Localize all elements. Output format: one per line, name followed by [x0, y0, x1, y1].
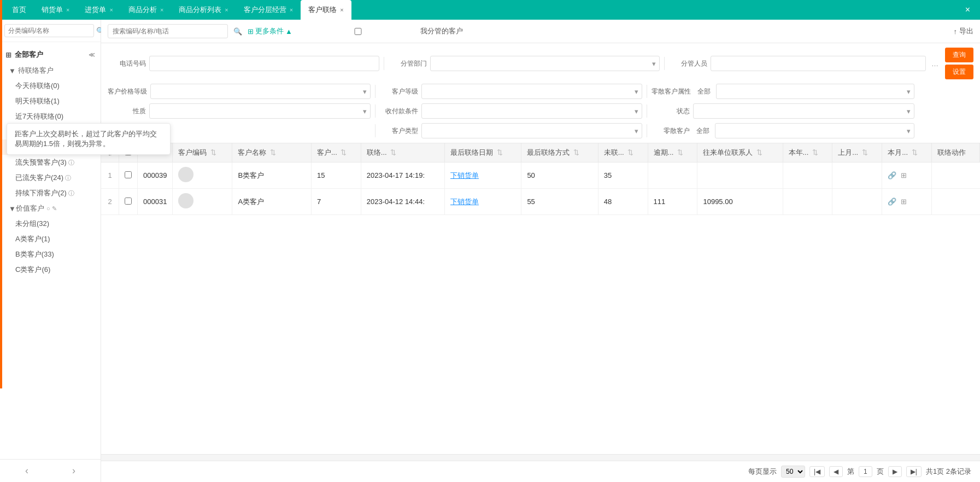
sidebar-item-a-class[interactable]: A类客户(1)	[0, 231, 101, 247]
sidebar-search-input[interactable]	[4, 24, 94, 37]
settings-button[interactable]: 设置	[945, 65, 973, 79]
sidebar-bottom-left-icon[interactable]: ‹	[4, 463, 49, 479]
nav-customer-contact[interactable]: 客户联络 ×	[301, 0, 351, 20]
value-group-edit-icons[interactable]: ○ ✎	[46, 205, 57, 212]
sidebar-item-ungrouped[interactable]: 未分组(32)	[0, 216, 101, 231]
next-page-button[interactable]: ▶	[888, 466, 902, 477]
col-contact-header[interactable]: 联络... ⇅	[361, 143, 444, 162]
sidebar-value-group[interactable]: ▼ 价值客户 ○ ✎	[0, 201, 101, 216]
nav-home[interactable]: 首页	[4, 0, 34, 20]
nav-sales-order[interactable]: 销货单 ×	[34, 0, 77, 20]
last-page-button[interactable]: ▶|	[906, 466, 922, 477]
retail-attr-select[interactable]: ▾	[716, 84, 914, 99]
nav-product-analysis[interactable]: 商品分析 ×	[121, 0, 171, 20]
prev-page-button[interactable]: ◀	[829, 466, 843, 477]
horizontal-scrollbar[interactable]	[101, 454, 980, 461]
close-product-analysis-list-icon[interactable]: ×	[225, 7, 228, 13]
close-product-analysis-icon[interactable]: ×	[160, 7, 163, 13]
col-code-header[interactable]: 客户编码 ⇅	[173, 143, 232, 162]
manager-dots-icon[interactable]: …	[929, 60, 941, 68]
search-button-icon[interactable]: 🔍	[233, 27, 242, 36]
query-button[interactable]: 查询	[945, 48, 973, 62]
row2-check[interactable]	[125, 198, 132, 205]
my-customer-checkbox[interactable]: 我分管的客户	[298, 26, 463, 36]
sidebar-collapse-icon[interactable]: ≪	[89, 51, 95, 59]
row2-lastmethod[interactable]: 下销货单	[444, 189, 521, 215]
sidebar-all-customers[interactable]: ⊞ 全部客户 ≪	[0, 47, 101, 63]
payment-select[interactable]: ▾	[421, 103, 643, 119]
nav-product-analysis-list[interactable]: 商品分析列表 ×	[171, 0, 236, 20]
sidebar-item-c-class[interactable]: C类客户(6)	[0, 262, 101, 277]
col-contactperson-header[interactable]: 往来单位联系人 ⇅	[697, 143, 783, 162]
total-label: 共1页 2条记录	[926, 467, 971, 477]
more-conditions-button[interactable]: ⊞ 更多条件 ▲	[248, 26, 292, 36]
close-customer-segmentation-icon[interactable]: ×	[290, 7, 293, 13]
payment-caret-icon: ▾	[635, 107, 638, 115]
col-lastmonth-header[interactable]: 上月... ⇅	[832, 143, 882, 162]
my-customer-check[interactable]	[298, 28, 418, 35]
col-lastdate-header[interactable]: 最后联络日期 ⇅	[444, 143, 521, 162]
row2-more-icon[interactable]: ⊞	[901, 198, 907, 206]
retail-customer-select[interactable]: ▾	[715, 123, 914, 138]
close-customer-contact-icon[interactable]: ×	[340, 7, 343, 13]
row2-contact: 7	[311, 189, 361, 215]
sidebar-bottom: ‹ ›	[0, 459, 101, 482]
col-uncontacted-header[interactable]: 未联... ⇅	[598, 143, 648, 162]
page-suffix: 页	[877, 467, 884, 477]
sidebar-group-pending-contact[interactable]: ▼ 待联络客户	[0, 63, 101, 78]
filter-row-4: … 客户类型 ▾ 零散客户 全部 ▾	[108, 123, 973, 138]
row1-action: 🔗 ⊞	[882, 162, 932, 189]
col-lastmethod-header[interactable]: 最后联络方式 ⇅	[521, 143, 598, 162]
nav-purchase-order[interactable]: 进货单 ×	[77, 0, 120, 20]
sidebar-bottom-right-icon[interactable]: ›	[51, 463, 96, 479]
close-window-icon[interactable]: ×	[960, 5, 976, 15]
search-input[interactable]	[108, 24, 228, 38]
row1-more-icon[interactable]: ⊞	[901, 171, 907, 179]
filter-phone: 电话号码	[108, 56, 379, 71]
nav-customer-segmentation[interactable]: 客户分层经营 ×	[236, 0, 301, 20]
col-name-header[interactable]: 客户名称 ⇅	[232, 143, 311, 162]
phone-input[interactable]	[149, 56, 379, 71]
sidebar-item-churn-warning[interactable]: 流失预警客户(3) ⓘ	[0, 155, 101, 170]
sidebar-item-b-class[interactable]: B类客户(33)	[0, 247, 101, 262]
row1-checkbox[interactable]	[119, 162, 138, 189]
customer-level-caret-icon: ▾	[635, 88, 638, 96]
export-button[interactable]: ↑ 导出	[954, 26, 974, 36]
nature-select[interactable]: ▾	[149, 103, 371, 119]
row2-checkbox[interactable]	[119, 189, 138, 215]
status-select[interactable]: ▾	[693, 103, 914, 119]
col-overdue-header[interactable]: 逾期... ⇅	[648, 143, 697, 162]
row1-check[interactable]	[125, 171, 132, 178]
row1-lastmonth	[783, 162, 832, 189]
per-page-select[interactable]: 50	[781, 466, 805, 478]
sidebar-item-7days[interactable]: 近7天待联络(0)	[0, 109, 101, 124]
row1-num: 1	[101, 162, 119, 189]
row1-view-icon[interactable]: 🔗	[888, 171, 896, 179]
customer-level-select[interactable]: ▾	[421, 84, 643, 99]
first-page-button[interactable]: |◀	[809, 466, 825, 477]
price-level-select[interactable]: ▾	[150, 84, 371, 99]
department-select[interactable]: ▾	[430, 56, 660, 71]
row1-lastmethod[interactable]: 下销货单	[444, 162, 521, 189]
sidebar-item-churned[interactable]: 已流失客户(24) ⓘ	[0, 170, 101, 185]
row1-type: B类客户	[232, 162, 311, 189]
row2-code: 000031	[138, 189, 173, 215]
col-type-header[interactable]: 客户... ⇅	[311, 143, 361, 162]
manager-input[interactable]	[711, 56, 926, 71]
content-area: 🔍 ⊞ 更多条件 ▲ 我分管的客户 ↑ 导出 电话号码	[101, 20, 980, 482]
col-thisyear-header[interactable]: 本年... ⇅	[783, 143, 832, 162]
main-layout: 🔍 ⊞ 全部客户 ≪ ▼ 待联络客户 今天待联络(0) 明天待联络(1) 近7天…	[0, 20, 980, 482]
row2-view-icon[interactable]: 🔗	[888, 198, 896, 206]
col-thismonth-header[interactable]: 本月... ⇅	[882, 143, 932, 162]
col-action-header: 联络动作	[932, 143, 980, 162]
customer-type-select[interactable]: ▾	[421, 123, 643, 138]
sidebar-item-declining[interactable]: 持续下滑客户(2) ⓘ	[0, 185, 101, 201]
sidebar-item-today[interactable]: 今天待联络(0)	[0, 78, 101, 94]
close-purchase-order-icon[interactable]: ×	[109, 7, 113, 13]
sort-lastdate-icon: ⇅	[497, 148, 503, 156]
sidebar-item-tomorrow[interactable]: 明天待联络(1)	[0, 94, 101, 109]
filter-retail-attr: 零散客户属性 全部 ▾	[652, 84, 914, 99]
close-sales-order-icon[interactable]: ×	[66, 7, 69, 13]
triangle-down-icon: ▼	[9, 67, 16, 75]
filter-customer-level: 客户等级 ▾	[380, 84, 643, 99]
